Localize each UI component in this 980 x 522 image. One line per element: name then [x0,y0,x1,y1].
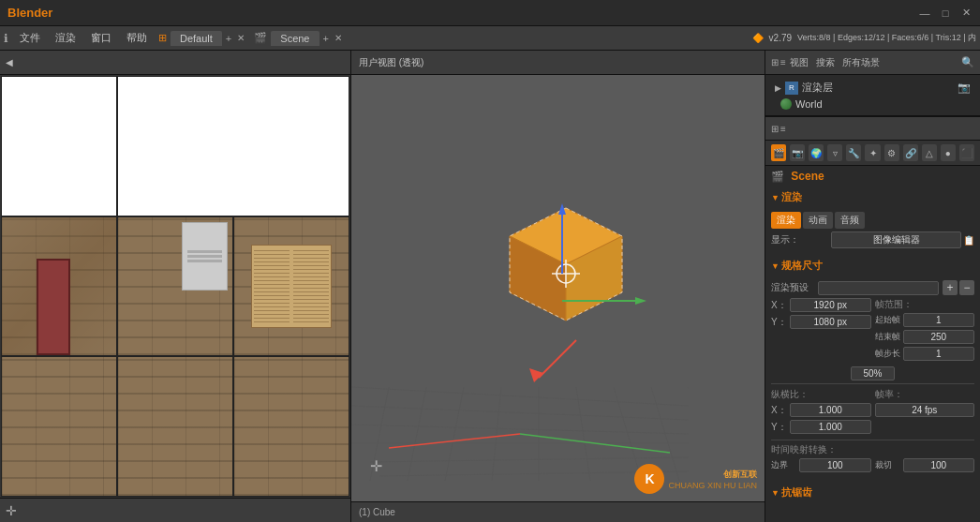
render-layer-label: 渲染层 [802,81,833,95]
svg-line-16 [389,434,520,448]
display-row: 显示： 图像编辑器 📋 [771,231,974,248]
maximize-button[interactable]: □ [939,7,952,20]
render-layer-item[interactable]: ▶ R 渲染层 📷 [769,79,976,97]
close-button[interactable]: ✕ [959,7,973,20]
pct-row: 50% [771,366,974,380]
grid-cell-7[interactable] [1,356,117,497]
door-element [37,259,71,355]
prop-particle-icon[interactable]: ✦ [865,144,880,161]
prop-data-icon[interactable]: △ [922,144,937,161]
grid-cell-2-3[interactable] [117,76,349,216]
grid-cell-9[interactable] [233,356,349,497]
display-value[interactable]: 图像编辑器 [831,231,961,248]
time-new-group: 裁切 100 [875,458,975,475]
nav-crosshair[interactable]: ✛ [6,503,17,518]
time-old-group: 边界 100 [771,458,871,475]
z-axis-arrow [529,331,586,387]
render-tabs-row: 渲染 动画 音频 [771,212,974,229]
prop-material-icon[interactable]: ● [941,144,956,161]
render-section-title[interactable]: 渲染 [765,186,980,208]
res-x-value[interactable]: 1920 px [790,298,871,312]
svg-line-11 [576,387,590,481]
render-layer-expand-icon: ▶ [775,83,781,93]
tab-add-button[interactable]: + [226,33,231,44]
end-frame-row: 结束帧 250 [875,330,975,344]
render-section: 渲染 渲染 动画 音频 显示： 图像编辑器 📋 [765,186,980,255]
grid-cell-4[interactable] [1,216,117,357]
preset-value[interactable] [818,281,939,295]
workspace-icon: ⊞ [158,32,167,44]
search-icon[interactable]: 🔍 [961,56,974,68]
antialias-section-title[interactable]: 抗锯齿 [765,482,980,503]
time-old-value[interactable]: 100 [799,458,871,472]
scene-tab-close-button[interactable]: ✕ [334,33,342,43]
prop-texture-icon[interactable]: ⬛ [959,144,974,161]
grid-cell-5[interactable] [117,216,233,357]
aspect-y-value[interactable]: 1.000 [790,420,871,434]
menu-file[interactable]: 文件 [12,26,48,50]
preset-add-btn[interactable]: + [943,280,958,295]
all-scenes-btn[interactable]: 所有场景 [839,56,883,69]
props-icon-1[interactable]: ⊞ [771,124,779,134]
viewport-nav-crosshair[interactable]: ✛ [370,457,382,475]
grid-cell-8[interactable] [117,356,233,497]
active-object-label: (1) Cube [359,507,395,517]
time-new-value[interactable]: 100 [903,458,975,472]
end-frame-value[interactable]: 250 [903,330,975,344]
grid-cell-6[interactable] [233,216,349,357]
display-label: 显示： [771,233,827,246]
dimensions-section-title[interactable]: 规格尺寸 [765,255,980,276]
grid-cell-1[interactable] [1,76,117,216]
search-btn[interactable]: 搜索 [812,56,839,69]
tab-render[interactable]: 渲染 [771,212,801,229]
preset-remove-btn[interactable]: − [959,280,974,295]
display-icon[interactable]: 📋 [963,235,974,246]
view-btn[interactable]: 视图 [786,56,812,69]
frame-step-row: 帧步长 1 [875,347,975,361]
3d-viewport[interactable]: ✛ K 创新互联 CHUANG XIN HU LIAN [351,75,765,501]
image-grid [0,75,350,498]
prop-object-icon[interactable]: ▿ [827,144,842,161]
res-framerange-cols: X： 1920 px Y： 1080 px 帧范围： 起始帧 [771,298,974,364]
frame-step-value[interactable]: 1 [903,347,975,361]
world-item[interactable]: World [769,97,976,112]
prop-physics-icon[interactable]: ⚙ [884,144,899,161]
start-frame-value[interactable]: 1 [903,313,975,327]
prop-constraint-icon[interactable]: 🔗 [903,144,918,161]
pct-value[interactable]: 50% [851,366,894,380]
menu-window[interactable]: 窗口 [83,26,119,50]
viewport-footer: (1) Cube [351,501,765,522]
aspect-y-label: Y： [771,421,790,434]
menu-help[interactable]: 帮助 [119,26,155,50]
tab-audio[interactable]: 音频 [835,212,865,229]
prop-scene-icon[interactable]: 📷 [790,144,805,161]
scene-icon: 🎬 [254,32,267,44]
prop-modifier-icon[interactable]: 🔧 [846,144,861,161]
scene-tab[interactable]: Scene [271,31,319,46]
tab-animation[interactable]: 动画 [803,212,833,229]
workspace-tab[interactable]: Default [171,31,222,46]
minimize-button[interactable]: — [918,7,931,20]
prop-world-icon[interactable]: 🌍 [809,144,824,161]
world-icon [780,98,792,110]
time-new-row: 裁切 100 [875,458,975,472]
fps-value[interactable]: 24 fps [875,403,975,417]
res-x-row: X： 1920 px [771,298,871,312]
tab-close-button[interactable]: ✕ [237,33,245,43]
props-icon-2[interactable]: ≡ [780,124,786,134]
dimensions-section-body: 渲染预设 + − X： 1920 px [765,276,980,482]
svg-line-1 [351,425,689,434]
render-section-body: 渲染 动画 音频 显示： 图像编辑器 📋 [765,208,980,255]
res-y-value[interactable]: 1080 px [790,315,871,329]
header-props-icon[interactable]: ⊞ [771,57,779,67]
shutter-element [251,245,331,328]
header-icon-btns: ⊞ ≡ [771,57,786,67]
menu-render[interactable]: 渲染 [48,26,83,50]
workspace-tabs: ⊞ Default + ✕ 🎬 Scene + ✕ [158,31,344,46]
aspect-x-value[interactable]: 1.000 [790,403,871,417]
prop-render-icon[interactable]: 🎬 [771,144,786,161]
left-panel-scroll-left[interactable]: ◀ [6,57,13,67]
render-layer-cam-icon: 📷 [958,82,971,94]
scene-tab-add-button[interactable]: + [323,33,329,44]
right-scroll[interactable]: 🎬 📷 🌍 ▿ 🔧 ✦ ⚙ 🔗 △ ● ⬛ 🎬 Scene 渲染 [765,141,980,522]
